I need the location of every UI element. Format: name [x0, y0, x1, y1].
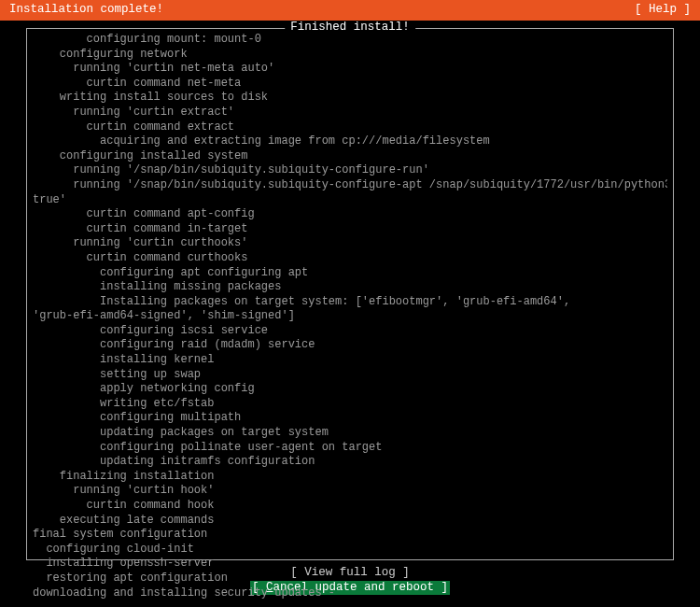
log-line: installing kernel [33, 353, 667, 368]
log-line: running '/snap/bin/subiquity.subiquity-c… [33, 178, 667, 193]
log-line: curtin command extract [33, 120, 667, 135]
log-line: configuring iscsi service [33, 324, 667, 339]
log-line: installing openssh-server [33, 557, 667, 572]
log-line: writing install sources to disk [33, 91, 667, 106]
log-line: 'grub-efi-amd64-signed', 'shim-signed'] [33, 309, 667, 324]
log-line: configuring network [33, 48, 667, 63]
log-line: finalizing installation [33, 470, 667, 485]
log-line: executing late commands [33, 514, 667, 529]
log-frame: Finished install! configuring mount: mou… [26, 28, 674, 560]
log-line: running 'curtin hook' [33, 484, 667, 499]
log-line: downloading and installing security upda… [33, 586, 667, 601]
header-bar: Installation complete! [ Help ] [0, 0, 700, 21]
log-line: curtin command net-meta [33, 77, 667, 92]
log-line: configuring raid (mdadm) service [33, 338, 667, 353]
log-line: writing etc/fstab [33, 397, 667, 412]
log-line: configuring multipath [33, 411, 667, 426]
log-line: restoring apt configuration [33, 572, 667, 586]
log-line: running 'curtin extract' [33, 106, 667, 120]
log-line: setting up swap [33, 368, 667, 383]
log-line: final system configuration [33, 528, 667, 543]
page-title: Installation complete! [9, 3, 163, 18]
log-line: configuring cloud-init [33, 543, 667, 558]
help-button[interactable]: [ Help ] [635, 3, 691, 18]
log-line: curtin command in-target [33, 222, 667, 237]
log-output: configuring mount: mount-0 configuring n… [33, 33, 667, 600]
log-line: updating packages on target system [33, 426, 667, 441]
log-line: configuring apt configuring apt [33, 266, 667, 281]
log-line: installing missing packages [33, 280, 667, 295]
log-line: true' [33, 193, 667, 208]
log-line: updating initramfs configuration [33, 455, 667, 470]
log-line: running '/snap/bin/subiquity.subiquity-c… [33, 163, 667, 178]
log-line: running 'curtin net-meta auto' [33, 62, 667, 77]
log-line: configuring pollinate user-agent on targ… [33, 441, 667, 456]
log-line: running 'curtin curthooks' [33, 236, 667, 251]
log-line: apply networking config [33, 382, 667, 397]
log-line: curtin command hook [33, 499, 667, 514]
log-line: configuring installed system [33, 149, 667, 164]
frame-title: Finished install! [285, 21, 415, 35]
log-line: acquiring and extracting image from cp:/… [33, 134, 667, 149]
log-line: curtin command apt-config [33, 207, 667, 222]
log-line: curtin command curthooks [33, 251, 667, 266]
log-line: Installing packages on target system: ['… [33, 295, 667, 310]
